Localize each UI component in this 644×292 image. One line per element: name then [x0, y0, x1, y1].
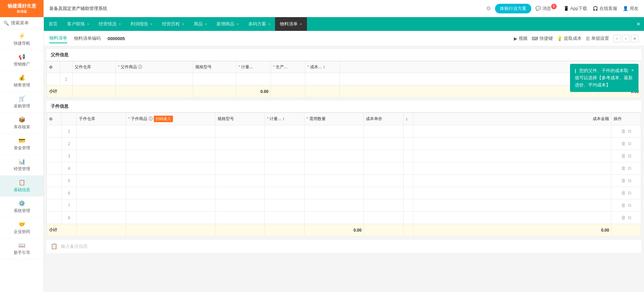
parent-row-product[interactable] [116, 73, 193, 85]
child-row-spec[interactable] [215, 212, 265, 224]
copy-icon[interactable]: ⧉ [628, 215, 631, 221]
child-row-cost-unit[interactable] [364, 125, 404, 138]
child-row-warehouse[interactable] [76, 187, 126, 199]
next-page-button[interactable]: › [622, 35, 630, 42]
child-col-settings[interactable]: ⚙ [47, 113, 62, 125]
child-row-quantity[interactable] [304, 212, 364, 224]
message-button[interactable]: 💬 消息 6 [535, 5, 558, 12]
child-row-product[interactable] [126, 138, 215, 150]
child-row-cost-unit[interactable] [364, 162, 404, 175]
child-row-spec[interactable] [215, 199, 265, 212]
delete-icon[interactable]: 🗑 [621, 202, 626, 208]
child-row-product[interactable] [126, 212, 215, 224]
child-row-quantity[interactable] [304, 162, 364, 175]
child-row-quantity[interactable] [304, 138, 364, 150]
child-row-cost-unit[interactable] [364, 187, 404, 199]
single-setting-action[interactable]: ☰ 单据设置 [586, 35, 609, 42]
child-row-unit[interactable] [265, 187, 305, 199]
trial-button[interactable]: 体验行业方案 [495, 4, 531, 13]
child-row-quantity[interactable] [304, 125, 364, 138]
copy-icon[interactable]: ⧉ [628, 153, 631, 159]
parent-row-prod[interactable] [271, 73, 305, 85]
sidebar-item-ops[interactable]: 📊经营管理 [0, 155, 44, 176]
sidebar-item-guide[interactable]: 📖新手引导 [0, 238, 44, 259]
child-row-cost-unit[interactable] [364, 150, 404, 162]
sidebar-item-purchase[interactable]: 🛒采购管理 [0, 92, 44, 113]
close-all-tabs-button[interactable]: ✕ [633, 21, 644, 27]
child-row-warehouse[interactable] [76, 199, 126, 212]
user-button[interactable]: 👤 用友 [623, 5, 639, 12]
child-row-unit[interactable] [265, 150, 305, 162]
child-row-product[interactable] [126, 125, 215, 138]
copy-icon[interactable]: ⧉ [628, 165, 631, 171]
child-row-unit[interactable] [265, 125, 305, 138]
delete-icon[interactable]: 🗑 [621, 215, 626, 221]
nav-tab-barcode[interactable]: 条码方案 × [244, 17, 275, 31]
tooltip-close-button[interactable]: × [631, 67, 634, 74]
tab-close-new_goods[interactable]: × [236, 22, 238, 26]
gear-icon[interactable]: ⚙ [486, 5, 491, 12]
extract-cost-action[interactable]: 💡 提取成本 [557, 35, 582, 42]
child-row-quantity[interactable] [304, 199, 364, 212]
child-row-unit[interactable] [265, 199, 305, 212]
shortcut-action[interactable]: ⌨ 快捷键 [532, 35, 553, 42]
view-action[interactable]: ▶ 视频 [514, 35, 528, 42]
app-download-button[interactable]: 📱 App下载 [564, 5, 587, 12]
nav-tab-profit[interactable]: 利润报告 × [126, 17, 157, 31]
child-row-quantity[interactable] [304, 187, 364, 199]
child-row-product[interactable] [126, 199, 215, 212]
child-row-product[interactable] [126, 187, 215, 199]
delete-icon[interactable]: 🗑 [621, 165, 626, 171]
sidebar-item-system[interactable]: ⚙️系统管理 [0, 197, 44, 218]
parent-row-cost[interactable] [305, 73, 340, 85]
sidebar-item-marketing[interactable]: 📢营销推广 [0, 50, 44, 71]
child-row-product[interactable] [126, 150, 215, 162]
delete-icon[interactable]: 🗑 [621, 190, 626, 196]
child-row-unit[interactable] [265, 162, 305, 175]
delete-icon[interactable]: 🗑 [621, 128, 626, 134]
child-row-quantity[interactable] [304, 175, 364, 187]
copy-icon[interactable]: ⧉ [628, 190, 631, 196]
copy-icon[interactable]: ⧉ [628, 178, 631, 184]
child-row-warehouse[interactable] [76, 175, 126, 187]
child-row-product[interactable] [126, 175, 215, 187]
tab-close-profit[interactable]: × [150, 22, 152, 26]
child-row-unit[interactable] [265, 138, 305, 150]
copy-icon[interactable]: ⧉ [628, 141, 631, 147]
child-row-spec[interactable] [215, 125, 265, 138]
child-row-unit[interactable] [265, 212, 305, 224]
copy-icon[interactable]: ⧉ [628, 202, 631, 208]
menu-page-button[interactable]: ≡ [631, 35, 639, 42]
tab-close-customer[interactable]: × [87, 22, 89, 26]
child-row-warehouse[interactable] [76, 162, 126, 175]
sidebar-item-collab[interactable]: 🤝企业协同 [0, 218, 44, 238]
delete-icon[interactable]: 🗑 [621, 153, 626, 159]
tab-close-history[interactable]: × [182, 22, 184, 26]
child-row-spec[interactable] [215, 150, 265, 162]
child-row-unit[interactable] [265, 175, 305, 187]
child-row-warehouse[interactable] [76, 150, 126, 162]
sidebar-search[interactable]: 🔍 搜索菜单 [0, 17, 44, 29]
child-row-quantity[interactable] [304, 150, 364, 162]
child-row-warehouse[interactable] [76, 212, 126, 224]
tab-close-goods[interactable]: × [205, 22, 207, 26]
parent-row-unit[interactable] [236, 73, 271, 85]
tab-close-operation[interactable]: × [119, 22, 121, 26]
child-row-product[interactable] [126, 162, 215, 175]
child-row-spec[interactable] [215, 175, 265, 187]
tab-bom-list[interactable]: 物料清单 [49, 34, 67, 43]
nav-tab-goods[interactable]: 商品 × [189, 17, 212, 31]
nav-tab-new_goods[interactable]: 新增商品 × [212, 17, 243, 31]
prev-page-button[interactable]: ‹ [613, 35, 621, 42]
nav-tab-customer[interactable]: 客户联络 × [62, 17, 94, 31]
sidebar-item-basic[interactable]: 📋基础信息 [0, 176, 44, 197]
scan-button[interactable]: 扫码录入 [154, 116, 173, 122]
child-row-cost-unit[interactable] [364, 199, 404, 212]
nav-tab-history[interactable]: 经营历程 × [157, 17, 189, 31]
sidebar-item-sales[interactable]: 💰销售管理 [0, 71, 44, 92]
child-row-warehouse[interactable] [76, 125, 126, 138]
child-row-spec[interactable] [215, 162, 265, 175]
child-row-cost-unit[interactable] [364, 138, 404, 150]
parent-row-warehouse[interactable] [73, 73, 116, 85]
parent-col-settings[interactable]: ⚙ [47, 61, 60, 73]
